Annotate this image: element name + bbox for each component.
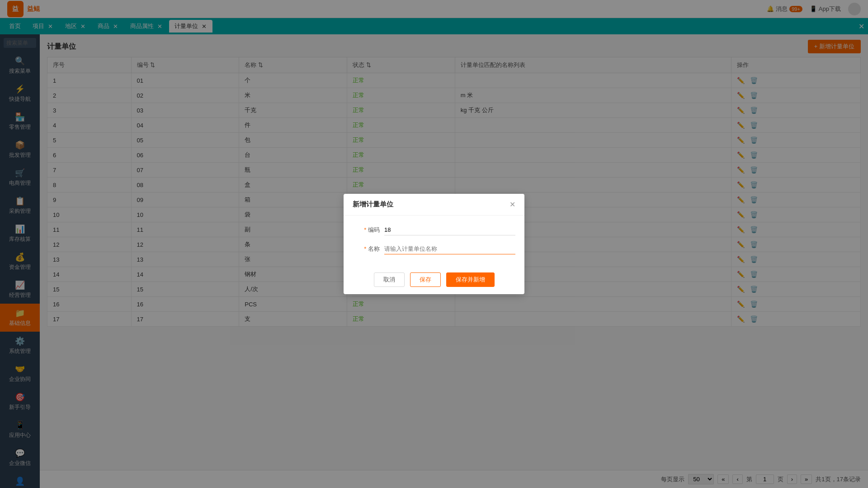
cancel-button[interactable]: 取消: [374, 272, 405, 287]
code-form-row: 编码: [353, 225, 515, 235]
save-new-button[interactable]: 保存并新增: [446, 272, 495, 287]
modal-close-button[interactable]: ✕: [509, 200, 515, 209]
name-label: 名称: [353, 245, 380, 253]
modal-header: 新增计量单位 ✕: [344, 194, 524, 216]
code-label: 编码: [353, 226, 380, 234]
name-input[interactable]: [384, 244, 515, 254]
modal-footer: 取消 保存 保存并新增: [344, 267, 524, 294]
name-form-row: 名称: [353, 244, 515, 254]
modal-body: 编码 名称: [344, 216, 524, 267]
code-input[interactable]: [384, 225, 515, 235]
add-unit-modal: 新增计量单位 ✕ 编码 名称 取消 保存 保存并新增: [344, 194, 524, 294]
modal-overlay[interactable]: 新增计量单位 ✕ 编码 名称 取消 保存 保存并新增: [0, 0, 868, 488]
save-button[interactable]: 保存: [410, 272, 441, 287]
modal-title: 新增计量单位: [353, 200, 393, 209]
